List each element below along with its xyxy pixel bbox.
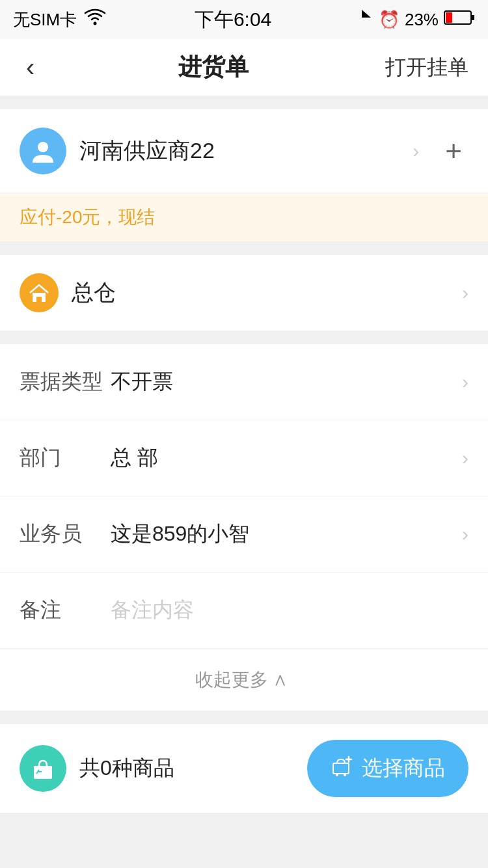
- wifi-icon: [83, 8, 107, 31]
- status-left: 无SIM卡: [13, 8, 107, 31]
- svg-rect-3: [446, 12, 452, 23]
- note-label: 备注: [20, 596, 111, 625]
- notice-bar: 应付-20元，现结: [0, 193, 488, 242]
- warehouse-name: 总仓: [72, 278, 462, 308]
- svg-point-10: [344, 774, 346, 776]
- svg-rect-6: [36, 297, 42, 302]
- status-time: 下午6:04: [195, 7, 271, 33]
- collapse-button[interactable]: 收起更多 ∧: [0, 649, 488, 711]
- back-button[interactable]: ‹: [20, 46, 41, 88]
- section-gap-2: [0, 242, 488, 255]
- svg-rect-8: [333, 763, 349, 774]
- nav-bar: ‹ 进货单 打开挂单: [0, 39, 488, 96]
- note-placeholder: 备注内容: [111, 596, 468, 625]
- salesperson-chevron: ›: [462, 523, 468, 545]
- invoice-type-row[interactable]: 票据类型 不开票 ›: [0, 344, 488, 420]
- warehouse-card: 总仓 ›: [0, 255, 488, 331]
- note-row[interactable]: 备注 备注内容: [0, 573, 488, 649]
- warehouse-row[interactable]: 总仓 ›: [0, 255, 488, 331]
- select-product-button[interactable]: 选择商品: [307, 740, 468, 797]
- invoice-type-label: 票据类型: [20, 368, 111, 396]
- svg-point-9: [336, 774, 338, 776]
- select-product-label: 选择商品: [362, 754, 445, 783]
- location-icon: [359, 8, 373, 31]
- supplier-row[interactable]: 河南供应商22 › +: [0, 109, 488, 193]
- page-title: 进货单: [178, 51, 249, 83]
- select-product-icon: [331, 754, 354, 783]
- salesperson-value: 这是859的小智: [111, 520, 455, 549]
- product-icon: [20, 745, 66, 792]
- status-bar: 无SIM卡 下午6:04 ⏰ 23%: [0, 0, 488, 39]
- bottom-bar: 共0种商品 选择商品: [0, 724, 488, 813]
- add-supplier-button[interactable]: +: [439, 135, 468, 167]
- carrier-label: 无SIM卡: [13, 8, 77, 31]
- warehouse-icon: [20, 273, 59, 312]
- supplier-avatar: [20, 128, 66, 174]
- collapse-label: 收起更多 ∧: [195, 668, 288, 692]
- supplier-card: 河南供应商22 › + 应付-20元，现结: [0, 109, 488, 242]
- svg-point-0: [94, 21, 97, 25]
- battery-icon: [444, 9, 475, 31]
- dept-label: 部门: [20, 444, 111, 472]
- form-section: 票据类型 不开票 › 部门 总 部 › 业务员 这是859的小智 › 备注 备注…: [0, 344, 488, 711]
- section-gap-3: [0, 331, 488, 344]
- svg-point-4: [38, 142, 48, 152]
- open-pending-button[interactable]: 打开挂单: [385, 53, 468, 82]
- salesperson-row[interactable]: 业务员 这是859的小智 ›: [0, 496, 488, 573]
- battery-percent: 23%: [405, 10, 439, 30]
- status-right: ⏰ 23%: [359, 8, 475, 31]
- notice-text: 应付-20元，现结: [20, 207, 155, 227]
- background-area: [0, 813, 488, 868]
- dept-row[interactable]: 部门 总 部 ›: [0, 420, 488, 496]
- section-gap-1: [0, 96, 488, 109]
- dept-chevron: ›: [462, 447, 468, 469]
- invoice-type-chevron: ›: [462, 371, 468, 393]
- dept-value: 总 部: [111, 444, 455, 472]
- supplier-name: 河南供应商22: [79, 136, 413, 166]
- alarm-icon: ⏰: [379, 10, 400, 30]
- invoice-type-value: 不开票: [111, 368, 455, 396]
- salesperson-label: 业务员: [20, 520, 111, 549]
- supplier-chevron: ›: [413, 140, 419, 162]
- warehouse-chevron: ›: [462, 282, 468, 304]
- section-gap-4: [0, 711, 488, 724]
- svg-rect-2: [471, 15, 474, 20]
- product-count: 共0种商品: [79, 754, 307, 783]
